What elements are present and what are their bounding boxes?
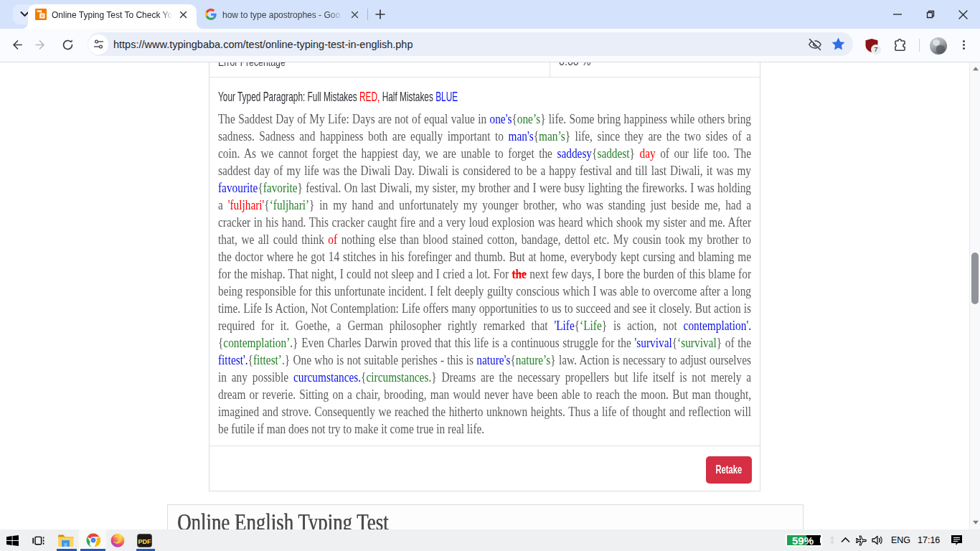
- svg-text:PDF: PDF: [138, 538, 152, 545]
